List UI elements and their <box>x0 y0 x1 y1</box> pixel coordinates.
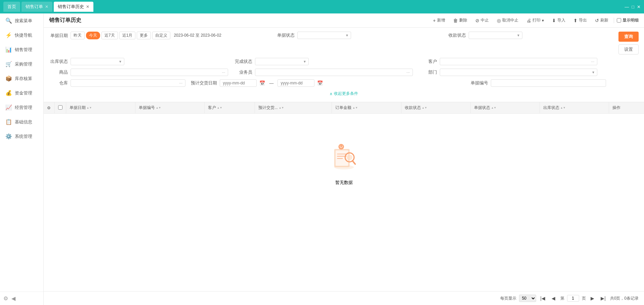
export-button[interactable]: ⬆ 导出 <box>571 16 590 25</box>
date-btn-yesterday[interactable]: 昨天 <box>71 32 85 39</box>
date-btn-today[interactable]: 今天 <box>86 32 100 39</box>
page-number-input[interactable] <box>567 295 579 302</box>
payment-status-select[interactable]: ▾ <box>469 32 522 39</box>
toolbar-divider <box>614 18 614 23</box>
settings-button[interactable]: 设置 <box>618 44 639 54</box>
sidebar-item-quicknav[interactable]: ⚡ 快捷导航 <box>0 28 43 42</box>
th-settings[interactable]: ⚙ <box>44 102 54 114</box>
sidebar-item-operations-label: 经营管理 <box>15 105 32 111</box>
th-order-amount-label: 订单金额 <box>335 105 351 111</box>
salesperson-field[interactable]: ··· <box>255 69 413 76</box>
sort-order-amount[interactable]: 订单金额 ▲▼ <box>335 105 358 111</box>
tab-sales-order-history[interactable]: 销售订单历史 ✕ <box>54 2 93 12</box>
cancel-stop-button[interactable]: ◎ 取消中止 <box>494 16 521 25</box>
delete-button[interactable]: 🗑 删除 <box>450 16 470 25</box>
settings-icon[interactable]: ⚙ <box>47 106 51 110</box>
shipment-status-select[interactable]: ▾ <box>71 58 124 65</box>
th-checkbox[interactable] <box>54 102 66 114</box>
last-page-button[interactable]: ▶| <box>599 294 607 302</box>
window-minimize[interactable]: — <box>625 4 629 9</box>
sort-shipment-status[interactable]: 出库状态 ▲▼ <box>543 105 566 111</box>
collapse-arrow: ∧ <box>330 91 333 96</box>
th-bill-number[interactable]: 单据编号 ▲▼ <box>135 102 204 114</box>
th-expected-date[interactable]: 预计交货... ▲▼ <box>255 102 332 114</box>
tab-sales-order-history-close[interactable]: ✕ <box>86 4 89 9</box>
warehouse-field[interactable]: ··· <box>71 79 185 87</box>
refresh-button[interactable]: ↺ 刷新 <box>592 16 611 25</box>
select-all-checkbox[interactable] <box>58 105 62 110</box>
sort-customer[interactable]: 客户 ▲▼ <box>208 105 222 111</box>
next-page-button[interactable]: ▶ <box>589 294 597 302</box>
new-button[interactable]: + 新增 <box>430 16 448 25</box>
sidebar-item-operations[interactable]: 📈 经营管理 <box>0 100 43 115</box>
sort-date[interactable]: 单据日期 ▲▼ <box>70 105 92 111</box>
stop-button[interactable]: ⊘ 中止 <box>473 16 491 25</box>
sidebar-item-search[interactable]: 🔍 搜索菜单 <box>0 13 43 28</box>
page-size-select[interactable]: 50 20 100 <box>519 295 536 302</box>
goods-field[interactable]: ··· <box>71 69 228 76</box>
data-table: ⚙ 单据日期 ▲▼ 单据编号 <box>44 102 644 213</box>
sort-shipment-icon: ▲▼ <box>560 107 566 109</box>
sidebar-collapse-icon[interactable]: ◀ <box>11 295 15 302</box>
sidebar-settings-icon[interactable]: ⚙ <box>3 295 8 302</box>
tab-list: 首页 销售订单 ✕ 销售订单历史 ✕ <box>3 2 625 12</box>
sort-bill-number[interactable]: 单据编号 ▲▼ <box>139 105 161 111</box>
sidebar-item-basic-info[interactable]: 📋 基础信息 <box>0 115 43 129</box>
tab-sales-order-close[interactable]: ✕ <box>45 4 48 9</box>
expected-date-to[interactable] <box>277 79 314 87</box>
customer-field[interactable]: ··· <box>440 58 597 65</box>
th-bill-status-label: 单据状态 <box>474 105 490 111</box>
empty-illustration <box>327 141 361 174</box>
sidebar-item-finance[interactable]: 💰 资金管理 <box>0 86 43 100</box>
bill-status-arrow: ▾ <box>346 33 348 38</box>
sidebar-item-inventory[interactable]: 📦 库存核算 <box>0 71 43 86</box>
sidebar-item-system[interactable]: ⚙️ 系统管理 <box>0 129 43 144</box>
window-close[interactable]: ✕ <box>637 4 641 9</box>
th-date[interactable]: 单据日期 ▲▼ <box>66 102 135 114</box>
completion-status-select[interactable]: ▾ <box>255 58 309 65</box>
tab-home[interactable]: 首页 <box>3 2 20 12</box>
tab-sales-order[interactable]: 销售订单 ✕ <box>22 2 52 12</box>
date-range-text: 2023-06-02 至 2023-06-02 <box>174 33 221 38</box>
sort-amount-icon: ▲▼ <box>352 107 358 109</box>
date-quick-buttons: 昨天 今天 近7天 近1月 更多 自定义 <box>71 32 170 39</box>
date-btn-7days[interactable]: 近7天 <box>101 32 118 39</box>
show-detail-checkbox-label[interactable]: 显示明细 <box>617 17 639 23</box>
sort-expected-icon: ▲▼ <box>279 107 284 109</box>
th-shipment-status[interactable]: 出库状态 ▲▼ <box>540 102 609 114</box>
sort-bill-icon: ▲▼ <box>156 107 161 109</box>
th-payment-status[interactable]: 收款状态 ▲▼ <box>401 102 470 114</box>
sidebar-item-system-label: 系统管理 <box>15 134 32 140</box>
sort-bill-status[interactable]: 单据状态 ▲▼ <box>474 105 497 111</box>
import-button[interactable]: ⬇ 导入 <box>549 16 568 25</box>
window-maximize[interactable]: □ <box>632 4 634 9</box>
expected-date-from[interactable] <box>220 79 257 87</box>
date-btn-custom[interactable]: 自定义 <box>152 32 170 39</box>
th-order-amount[interactable]: 订单金额 ▲▼ <box>332 102 401 114</box>
department-select[interactable]: ▾ <box>440 69 597 76</box>
date-btn-more[interactable]: 更多 <box>137 32 151 39</box>
bill-status-select[interactable]: ▾ <box>297 32 351 39</box>
page-title: 销售订单历史 <box>49 17 81 24</box>
bill-number-input[interactable] <box>491 79 606 87</box>
basic-info-icon: 📋 <box>5 119 12 125</box>
calendar-to-icon[interactable]: 📅 <box>317 80 323 86</box>
sort-expected-date[interactable]: 预计交货... ▲▼ <box>258 105 284 111</box>
page-size-label: 每页显示 <box>500 296 516 301</box>
collapse-row[interactable]: ∧ 收起更多条件 <box>49 89 639 98</box>
date-btn-1month[interactable]: 近1月 <box>119 32 136 39</box>
sort-payment-status[interactable]: 收款状态 ▲▼ <box>405 105 427 111</box>
print-button[interactable]: 🖨 打印 ▾ <box>524 16 547 25</box>
sidebar-item-purchase[interactable]: 🛒 采购管理 <box>0 57 43 71</box>
th-customer[interactable]: 客户 ▲▼ <box>204 102 255 114</box>
query-button[interactable]: 查询 <box>618 32 639 42</box>
th-bill-status[interactable]: 单据状态 ▲▼ <box>470 102 540 114</box>
show-detail-checkbox[interactable] <box>617 18 621 23</box>
sidebar-item-sales[interactable]: 📊 销售管理 <box>0 42 43 57</box>
system-icon: ⚙️ <box>5 133 12 140</box>
import-icon: ⬇ <box>552 18 556 23</box>
svg-point-9 <box>338 144 344 150</box>
calendar-from-icon[interactable]: 📅 <box>259 80 265 86</box>
prev-page-button[interactable]: ◀ <box>550 294 558 302</box>
first-page-button[interactable]: |◀ <box>539 294 547 302</box>
